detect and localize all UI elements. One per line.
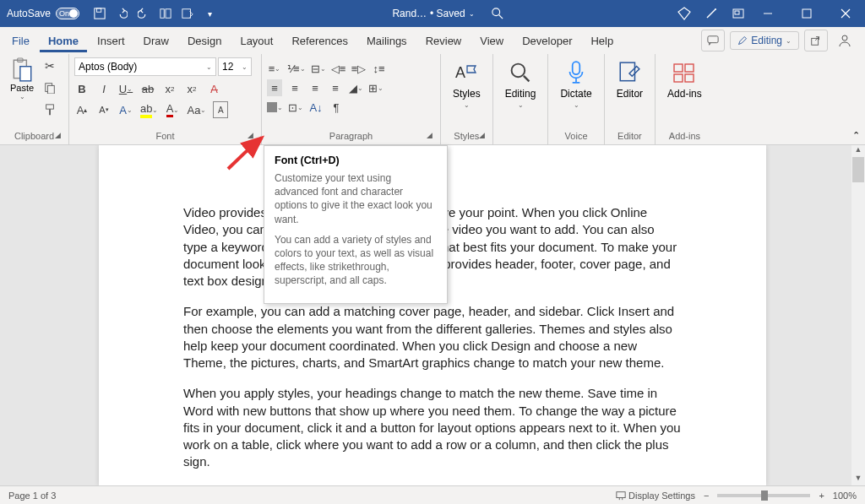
display-settings-button[interactable]: Display Settings	[616, 490, 695, 501]
tab-design[interactable]: Design	[179, 30, 230, 52]
display-settings-label: Display Settings	[628, 490, 695, 501]
editing-button[interactable]: Editing ⌄	[505, 59, 536, 109]
toggle-switch[interactable]: On	[56, 8, 79, 19]
qat-more-icon[interactable]: ▾	[203, 7, 216, 20]
voice-group-label: Voice	[565, 131, 588, 143]
underline-button[interactable]: U⌄	[118, 80, 133, 97]
tab-draw[interactable]: Draw	[135, 30, 177, 52]
tab-insert[interactable]: Insert	[89, 30, 133, 52]
share-button[interactable]	[804, 30, 828, 51]
format-painter-icon[interactable]	[42, 101, 57, 118]
clipboard-launcher[interactable]: ◢	[55, 131, 65, 141]
chevron-down-icon[interactable]: ⌄	[19, 93, 25, 100]
zoom-slider-knob[interactable]	[761, 490, 768, 501]
window-icon[interactable]	[732, 7, 745, 20]
align-left-button[interactable]: ≡	[267, 79, 282, 96]
svg-rect-33	[685, 74, 694, 82]
collapse-ribbon-icon[interactable]: ⌃	[852, 130, 860, 141]
superscript-button[interactable]: x2	[184, 80, 199, 97]
page-indicator[interactable]: Page 1 of 3	[8, 490, 56, 501]
zoom-out-button[interactable]: −	[704, 490, 709, 501]
numbering-button[interactable]: ⅟≡⌄	[287, 60, 306, 77]
tab-review[interactable]: Review	[417, 30, 471, 52]
editing-label: Editing	[751, 35, 782, 46]
grow-font-button[interactable]: A▴	[74, 101, 90, 118]
sort-button[interactable]: A↓	[308, 99, 324, 116]
paragraph-launcher[interactable]: ◢	[427, 131, 437, 141]
change-case-button[interactable]: Aa⌄	[187, 101, 206, 118]
paste-button[interactable]: Paste ⌄	[5, 57, 39, 118]
character-border-button[interactable]: A	[213, 101, 228, 118]
addins-button[interactable]: Add-ins	[667, 59, 702, 100]
wand-icon[interactable]	[705, 7, 718, 20]
line-spacing-button[interactable]: ↕≡	[372, 60, 387, 77]
cut-icon[interactable]: ✂	[42, 57, 57, 74]
shading-color-button[interactable]: ⌄	[267, 99, 283, 116]
italic-button[interactable]: I	[96, 80, 112, 97]
vertical-scrollbar[interactable]: ▲ ▼	[851, 145, 865, 485]
tab-file[interactable]: File	[3, 30, 38, 52]
qat-icon-2[interactable]	[181, 7, 194, 20]
scrollbar-thumb[interactable]	[852, 157, 864, 182]
qat-icon-1[interactable]	[159, 7, 172, 20]
editing-mode-button[interactable]: Editing ⌄	[730, 31, 799, 50]
strikethrough-button[interactable]: ab	[140, 80, 155, 97]
shading-button[interactable]: ◢⌄	[348, 79, 363, 96]
autosave-toggle[interactable]: AutoSave On	[0, 8, 86, 19]
align-right-button[interactable]: ≡	[307, 79, 323, 96]
dictate-button[interactable]: Dictate ⌄	[560, 59, 591, 109]
justify-button[interactable]: ≡	[328, 79, 343, 96]
document-name[interactable]: Rand… • Saved ⌄	[392, 8, 474, 19]
styles-button[interactable]: A Styles ⌄	[453, 59, 481, 109]
svg-rect-28	[573, 62, 580, 74]
zoom-level[interactable]: 100%	[833, 490, 857, 501]
borders-button[interactable]: ⊞⌄	[368, 79, 384, 96]
tab-view[interactable]: View	[471, 30, 512, 52]
subscript-button[interactable]: x2	[162, 80, 177, 97]
undo-icon[interactable]	[115, 7, 128, 20]
decrease-indent-button[interactable]: ◁≡	[331, 60, 346, 77]
account-icon[interactable]	[833, 30, 857, 51]
tab-mailings[interactable]: Mailings	[358, 30, 416, 52]
bullets-button[interactable]: ≡⌄	[267, 60, 282, 77]
border-style-button[interactable]: ⊡⌄	[288, 99, 303, 116]
editor-button[interactable]: Editor	[617, 59, 643, 100]
text-effects-button[interactable]: A⌄	[118, 101, 133, 118]
chevron-down-icon[interactable]: ⌄	[469, 10, 475, 18]
copy-icon[interactable]	[42, 79, 57, 96]
svg-rect-1	[97, 8, 101, 12]
zoom-slider[interactable]	[717, 494, 810, 497]
font-launcher[interactable]: ◢	[248, 131, 258, 141]
close-button[interactable]	[826, 0, 865, 27]
font-size-select[interactable]: 12⌄	[218, 57, 252, 76]
paragraph-2[interactable]: For example, you can add a matching cove…	[183, 303, 682, 371]
increase-indent-button[interactable]: ≡▷	[351, 60, 367, 77]
font-color-button[interactable]: A⌄	[165, 101, 180, 118]
comments-button[interactable]	[701, 30, 725, 51]
group-styles: A Styles ⌄ Styles ◢	[441, 54, 493, 144]
tab-layout[interactable]: Layout	[231, 30, 281, 52]
tab-developer[interactable]: Developer	[514, 30, 580, 52]
scroll-down-icon[interactable]: ▼	[851, 474, 865, 485]
minimize-button[interactable]	[748, 0, 787, 27]
tab-help[interactable]: Help	[582, 30, 622, 52]
font-name-select[interactable]: Aptos (Body)⌄	[74, 57, 216, 76]
diamond-icon[interactable]	[677, 7, 691, 20]
scroll-up-icon[interactable]: ▲	[851, 145, 865, 157]
align-center-button[interactable]: ≡	[287, 79, 302, 96]
save-icon[interactable]	[93, 7, 106, 20]
highlight-button[interactable]: ab⌄	[140, 101, 158, 118]
tab-home[interactable]: Home	[40, 30, 87, 52]
tab-references[interactable]: References	[283, 30, 356, 52]
search-icon[interactable]	[492, 8, 505, 19]
paragraph-3[interactable]: When you apply styles, your headings cha…	[183, 385, 682, 470]
bold-button[interactable]: B	[74, 80, 90, 97]
clear-formatting-button[interactable]: A̶	[206, 80, 221, 97]
show-marks-button[interactable]: ¶	[329, 99, 344, 116]
maximize-button[interactable]	[787, 0, 826, 27]
multilevel-button[interactable]: ⊟⌄	[311, 60, 326, 77]
zoom-in-button[interactable]: +	[819, 490, 824, 501]
shrink-font-button[interactable]: A▾	[96, 101, 112, 118]
redo-icon[interactable]	[137, 7, 150, 20]
styles-launcher[interactable]: ◢	[479, 131, 489, 141]
